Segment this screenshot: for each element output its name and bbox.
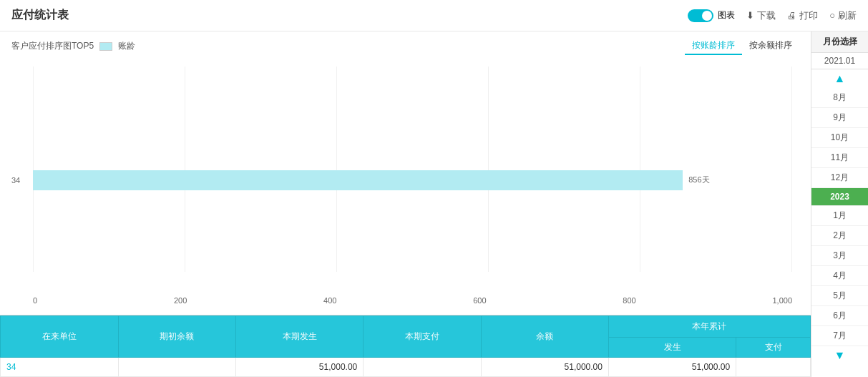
cell-period-opening	[118, 358, 236, 377]
legend-box	[99, 42, 112, 51]
sort-tab-balance[interactable]: 按余额排序	[742, 37, 799, 55]
bar-label: 856天	[688, 175, 709, 185]
table-container: 在来单位 期初余额 本期发生 本期支付 余额 本年累计 发生 支付	[0, 315, 811, 377]
cell-ytd-occurrence: 51,000.00	[608, 358, 736, 377]
bar-chart-inner: 34 856天	[11, 67, 799, 293]
download-icon: ⬇	[746, 10, 754, 21]
sidebar-month-6[interactable]: 1月	[811, 206, 868, 226]
header: 应付统计表 图表 ⬇ 下载 🖨 打印 ○ 刷新	[0, 0, 868, 31]
sidebar-month-header: 月份选择	[811, 31, 868, 53]
sidebar-months-list: 8月9月10月11月12月20231月2月3月4月5月6月7月	[811, 88, 868, 346]
sidebar-month-4[interactable]: 12月	[811, 168, 868, 188]
chart-sort-tabs: 按账龄排序 按余额排序	[685, 37, 799, 55]
th-current-occurrence: 本期发生	[236, 316, 364, 358]
print-label: 打印	[799, 9, 818, 22]
company-link[interactable]: 34	[6, 362, 16, 372]
download-button[interactable]: ⬇ 下载	[746, 9, 776, 22]
cell-ytd-payment	[736, 358, 811, 377]
sidebar-month-11[interactable]: 6月	[811, 306, 868, 326]
chart-header: 客户应付排序图TOP5 账龄 按账龄排序 按余额排序	[0, 31, 811, 61]
grid-lines	[33, 67, 792, 272]
legend-title: 客户应付排序图TOP5	[11, 40, 94, 52]
sidebar-month-7[interactable]: 2月	[811, 226, 868, 246]
main-content: 客户应付排序图TOP5 账龄 按账龄排序 按余额排序 34	[0, 31, 868, 377]
x-tick-2: 400	[323, 296, 336, 305]
bar-chart-container: 34 856天	[0, 61, 811, 315]
sidebar-up-button[interactable]: ▲	[811, 69, 868, 88]
refresh-label: 刷新	[838, 9, 857, 22]
page-container: 应付统计表 图表 ⬇ 下载 🖨 打印 ○ 刷新	[0, 0, 868, 377]
sidebar-month-9[interactable]: 4月	[811, 266, 868, 286]
grid-line-2	[336, 67, 337, 272]
refresh-icon: ○	[829, 10, 835, 21]
sidebar-month-0[interactable]: 8月	[811, 88, 868, 108]
sidebar-month-3[interactable]: 11月	[811, 148, 868, 168]
bar-fill	[33, 170, 683, 190]
th-current-payment: 本期支付	[364, 316, 482, 358]
cell-company: 34	[1, 358, 119, 377]
chart-toggle[interactable]	[688, 9, 713, 22]
chart-area: 客户应付排序图TOP5 账龄 按账龄排序 按余额排序 34	[0, 31, 811, 377]
page-title: 应付统计表	[11, 8, 69, 23]
sidebar-year-value[interactable]: 2021.01	[811, 53, 868, 69]
th-ytd-payment: 支付	[736, 338, 811, 358]
y-axis-label: 34	[11, 176, 20, 185]
chart-toggle-group: 图表	[688, 9, 735, 22]
right-sidebar: 月份选择 2021.01 ▲ 8月9月10月11月12月20231月2月3月4月…	[811, 31, 868, 377]
download-label: 下载	[757, 9, 776, 22]
cell-current-payment	[364, 358, 482, 377]
print-button[interactable]: 🖨 打印	[787, 9, 818, 22]
sidebar-down-button[interactable]: ▼	[811, 346, 868, 365]
th-company: 在来单位	[1, 316, 119, 358]
x-tick-4: 800	[623, 296, 635, 305]
th-ytd: 本年累计	[608, 316, 810, 338]
grid-line-5	[791, 67, 792, 272]
bar-chart: 34 856天	[11, 67, 799, 315]
sidebar-month-8[interactable]: 3月	[811, 246, 868, 266]
bar-row: 856天	[33, 170, 792, 190]
th-balance: 余额	[481, 316, 608, 358]
chart-legend: 客户应付排序图TOP5 账龄	[11, 40, 135, 52]
x-tick-0: 0	[33, 296, 37, 305]
sidebar-month-12[interactable]: 7月	[811, 326, 868, 346]
sidebar-month-5[interactable]: 2023	[811, 188, 868, 206]
x-tick-5: 1,000	[772, 296, 792, 305]
print-icon: 🖨	[787, 10, 796, 21]
x-tick-1: 200	[174, 296, 187, 305]
sort-tab-amount[interactable]: 按账龄排序	[685, 37, 742, 55]
chart-toggle-label: 图表	[718, 9, 735, 21]
x-tick-3: 600	[473, 296, 486, 305]
refresh-button[interactable]: ○ 刷新	[829, 9, 857, 22]
grid-line-1	[185, 67, 185, 272]
th-ytd-occurrence: 发生	[608, 338, 736, 358]
grid-line-3	[488, 67, 489, 272]
sidebar-month-1[interactable]: 9月	[811, 108, 868, 128]
th-period-opening: 期初余额	[118, 316, 236, 358]
grid-line-0	[33, 67, 34, 272]
sidebar-month-10[interactable]: 5月	[811, 286, 868, 306]
grid-line-4	[640, 67, 640, 272]
data-table: 在来单位 期初余额 本期发生 本期支付 余额 本年累计 发生 支付	[0, 315, 811, 377]
x-axis: 0 200 400 600 800 1,000	[11, 296, 799, 305]
legend-box-label: 账龄	[118, 40, 135, 52]
sidebar-month-2[interactable]: 10月	[811, 128, 868, 148]
cell-current-occurrence: 51,000.00	[236, 358, 364, 377]
header-actions: 图表 ⬇ 下载 🖨 打印 ○ 刷新	[688, 9, 857, 22]
table-header-row-1: 在来单位 期初余额 本期发生 本期支付 余额 本年累计	[1, 316, 811, 338]
cell-balance: 51,000.00	[481, 358, 608, 377]
table-row: 34 51,000.00 51,000.00 51,000.00	[1, 358, 811, 377]
